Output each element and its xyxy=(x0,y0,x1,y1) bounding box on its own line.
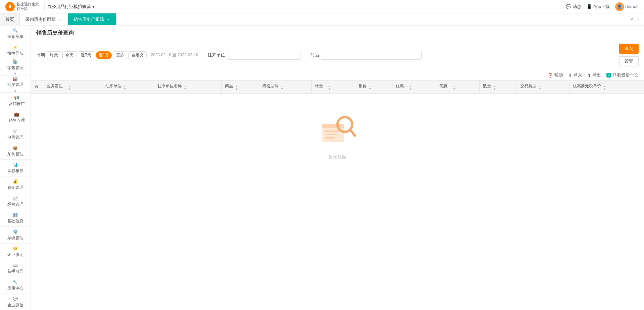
message-btn[interactable]: 💬 消息 xyxy=(566,4,581,10)
sidebar-item-ecommerce[interactable]: 🛒 电商管理 xyxy=(0,126,31,143)
column-settings-icon[interactable]: ⚙ xyxy=(35,85,39,89)
date-btn-custom[interactable]: 自定义 xyxy=(128,51,147,59)
date-buttons: 昨天 今天 近7天 近1月 更多 自定义 xyxy=(47,51,147,59)
col-price-label: 报价 xyxy=(359,84,367,88)
col-pretax-price[interactable]: 优惠前无税单价 ▲▼ xyxy=(569,81,644,94)
help-icon: ❓ xyxy=(547,73,553,78)
sidebar-item-purchase-mgmt[interactable]: 📦 采购管理 xyxy=(0,143,31,160)
col-price[interactable]: 报价 ▲▼ xyxy=(355,81,392,94)
sort-arrows: ▲▼ xyxy=(123,85,126,91)
date-btn-yesterday[interactable]: 昨天 xyxy=(47,51,61,59)
top-bar: 6 畅捷通好生意 标准版 办公用品行业模拟账套 ▾ 💬 消息 📱 App下载 👤… xyxy=(0,0,644,13)
sidebar-ecommerce-label: 电商管理 xyxy=(7,135,23,140)
date-btn-today[interactable]: 今天 xyxy=(62,51,76,59)
col-biz-date[interactable]: 业务发生... ▲▼ xyxy=(43,81,102,94)
svg-rect-3 xyxy=(325,134,337,135)
operations-icon: 📈 xyxy=(13,196,18,201)
sidebar: 🔍 搜索菜单 ⚡ 快捷导航 🏪 零售管理 ▾ 🏭 批发管理 ▴ 📢 营销推广 💼… xyxy=(0,25,31,310)
sidebar-marketing-label: 营销推广 xyxy=(9,101,25,107)
close-window-icon[interactable]: ✕ xyxy=(630,17,634,22)
sidebar-item-finance[interactable]: 💰 资金管理 xyxy=(0,176,31,193)
inventory-icon: 📊 xyxy=(13,162,18,167)
guide-icon: 📖 xyxy=(13,263,18,268)
system-icon: ⚙️ xyxy=(13,229,18,234)
tab-home[interactable]: 首页 xyxy=(0,13,20,25)
table-header-row: ⚙ 业务发生... ▲▼ 往来单位 ▲▼ 往来单位名称 ▲▼ xyxy=(31,81,644,94)
sidebar-item-wholesale-mgmt[interactable]: 🏭 批发管理 ▴ xyxy=(0,76,31,93)
date-btn-1month[interactable]: 近1月 xyxy=(96,51,112,59)
help-btn[interactable]: ❓ 帮助 xyxy=(547,72,563,78)
sidebar-item-quick-nav[interactable]: ⚡ 快捷导航 xyxy=(0,42,31,59)
sales-icon: 💼 xyxy=(14,112,19,117)
sidebar-item-enterprise[interactable]: 🤝 企业协同 xyxy=(0,244,31,260)
main-layout: 🔍 搜索菜单 ⚡ 快捷导航 🏪 零售管理 ▾ 🏭 批发管理 ▴ 📢 营销推广 💼… xyxy=(0,25,644,310)
only-last-checkbox[interactable]: ✓ 只看最后一次 xyxy=(606,72,639,78)
message-icon: 💬 xyxy=(566,4,571,9)
svg-rect-2 xyxy=(325,131,339,132)
col-partner-name[interactable]: 往来单位名称 ▲▼ xyxy=(154,81,221,94)
app-center-icon: 🔧 xyxy=(13,280,18,285)
app-selector[interactable]: 办公用品行业模拟账套 ▾ xyxy=(44,2,97,11)
col-partner-code[interactable]: 往来单位 ▲▼ xyxy=(102,81,154,94)
sort-arrows: ▲▼ xyxy=(281,85,283,91)
sidebar-system-label: 系统管理 xyxy=(7,235,23,241)
sort-arrows: ▲▼ xyxy=(453,85,455,91)
col-partner-code-label: 往来单位 xyxy=(105,84,121,88)
col-discount1[interactable]: 优惠... ▲▼ xyxy=(392,81,436,94)
query-button[interactable]: 查询 xyxy=(619,44,639,54)
sidebar-basicinfo-label: 基础信息 xyxy=(7,218,23,224)
tab-sales-close[interactable]: × xyxy=(106,17,111,22)
sidebar-item-inventory[interactable]: 📊 库存核算 xyxy=(0,160,31,176)
svg-line-6 xyxy=(350,130,355,136)
sidebar-item-search-menu[interactable]: 🔍 搜索菜单 xyxy=(0,25,31,42)
sidebar-retail-label: 零售管理 xyxy=(7,65,23,71)
tab-purchase[interactable]: 采购历史价跟踪 × xyxy=(20,13,68,25)
query-buttons: 查询 设置 xyxy=(619,44,639,66)
sidebar-item-retail-mgmt[interactable]: 🏪 零售管理 ▾ xyxy=(0,59,31,76)
import-icon: ⬇ xyxy=(568,73,572,78)
sort-arrows: ▲▼ xyxy=(539,85,541,91)
maximize-window-icon[interactable]: ⤢ xyxy=(636,17,640,22)
tab-sales[interactable]: 销售历史价跟踪 × xyxy=(68,13,116,25)
import-btn[interactable]: ⬇ 导入 xyxy=(568,72,582,78)
sidebar-purchase-label: 采购管理 xyxy=(7,151,23,157)
export-btn[interactable]: ⬆ 导出 xyxy=(587,72,601,78)
goods-input[interactable]: ··· xyxy=(321,51,422,60)
partner-input[interactable]: ··· xyxy=(227,51,301,60)
export-icon: ⬆ xyxy=(587,73,591,78)
col-discount2[interactable]: 优惠... ▲▼ xyxy=(436,81,480,94)
wholesale-icon: 🏭 xyxy=(13,76,18,81)
sort-arrows: ▲▼ xyxy=(235,85,238,91)
col-quantity[interactable]: 数量 ▲▼ xyxy=(480,81,517,94)
sidebar-item-guide[interactable]: 📖 新手引导 xyxy=(0,260,31,277)
sidebar-item-operations[interactable]: 📈 经营管理 xyxy=(0,193,31,210)
tab-purchase-close[interactable]: × xyxy=(58,17,62,22)
tab-bar: 首页 采购历史价跟踪 × 销售历史价跟踪 × ✕ ⤢ xyxy=(0,13,644,25)
date-btn-7days[interactable]: 近7天 xyxy=(78,51,94,59)
sidebar-item-system[interactable]: ⚙️ 系统管理 xyxy=(0,227,31,244)
app-download-btn[interactable]: 📱 App下载 xyxy=(587,4,610,10)
enterprise-icon: 🤝 xyxy=(13,246,18,251)
col-trade-type-label: 交易类型 xyxy=(520,84,536,88)
user-menu[interactable]: 👤 demo2 xyxy=(615,2,639,11)
svg-rect-1 xyxy=(322,124,344,128)
sidebar-item-basic-info[interactable]: ℹ️ 基础信息 xyxy=(0,210,31,227)
sidebar-item-app-center[interactable]: 🔧 应用中心 xyxy=(0,277,31,294)
marketing-icon: 📢 xyxy=(14,95,19,100)
col-unit[interactable]: 计量... ▲▼ xyxy=(311,81,355,94)
col-spec-label: 规格型号 xyxy=(262,84,278,88)
col-settings[interactable]: ⚙ xyxy=(31,81,43,94)
sidebar-item-marketing[interactable]: 📢 营销推广 xyxy=(0,93,31,109)
date-filter: 日期 昨天 今天 近7天 近1月 更多 自定义 xyxy=(36,51,147,59)
logo-text: 畅捷通好生意 标准版 xyxy=(17,2,39,11)
col-trade-type[interactable]: 交易类型 ▲▼ xyxy=(517,81,569,94)
col-goods[interactable]: 商品 ▲▼ xyxy=(222,81,259,94)
settings-button[interactable]: 设置 xyxy=(619,56,639,66)
filter-area: 日期 昨天 今天 近7天 近1月 更多 自定义 2023-02-18 至 202… xyxy=(31,40,644,70)
col-spec[interactable]: 规格型号 ▲▼ xyxy=(259,81,311,94)
sidebar-item-wechat[interactable]: 💬 企业微信 xyxy=(0,294,31,310)
partner-label: 往来单位 xyxy=(208,52,225,58)
date-btn-more[interactable]: 更多 xyxy=(113,51,127,59)
purchase-icon: 📦 xyxy=(13,146,18,150)
sidebar-item-sales-mgmt[interactable]: 💼 销售管理 xyxy=(0,109,31,126)
